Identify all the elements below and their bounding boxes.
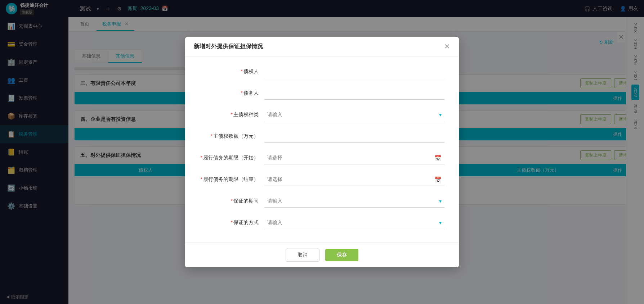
label-baozhengqijian: *保证的期间: [200, 198, 264, 204]
input-wrap-zhaiquanren: [264, 65, 444, 78]
dialog-title: 新增对外提供保证担保情况: [194, 43, 263, 50]
input-zhaiwuren[interactable]: [264, 87, 444, 100]
form-row-baozhengqijian: *保证的期间 ▾: [200, 195, 444, 208]
form-row-zhuleixing: *主债权种类 ▾: [200, 108, 444, 121]
dialog-header: 新增对外提供保证担保情况 ✕: [185, 37, 459, 56]
dialog-body: *债权人 *债务人 *主债权种类: [185, 56, 459, 242]
select-wrap-baozhengfangshi: ▾: [264, 216, 444, 229]
date-input-lvxing-end[interactable]: [264, 173, 444, 186]
label-zhushu: *主债权数额（万元）: [200, 133, 264, 140]
label-lvxing-end: *履行债务的期限（结束）: [200, 176, 264, 183]
label-lvxing-start: *履行债务的期限（开始）: [200, 155, 264, 161]
label-zhuleixing: *主债权种类: [200, 112, 264, 118]
select-baozhengfangshi[interactable]: [264, 216, 444, 229]
label-zhaiwuren: *债务人: [200, 90, 264, 96]
date-wrap-lvxing-start: 📅: [264, 151, 444, 164]
select-zhuleixing[interactable]: [264, 108, 444, 121]
form-row-zhaiquanren: *债权人: [200, 65, 444, 78]
date-input-lvxing-start[interactable]: [264, 151, 444, 164]
select-baozhengqijian[interactable]: [264, 195, 444, 208]
input-wrap-zhaiwuren: [264, 87, 444, 100]
dialog-overlay: 新增对外提供保证担保情况 ✕ *债权人 *债务人: [0, 0, 644, 304]
form-row-lvxing-start: *履行债务的期限（开始） 📅: [200, 151, 444, 164]
form-row-zhushu: *主债权数额（万元）: [200, 130, 444, 143]
label-baozhengfangshi: *保证的方式: [200, 219, 264, 226]
select-wrap-baozhengqijian: ▾: [264, 195, 444, 208]
dialog: 新增对外提供保证担保情况 ✕ *债权人 *债务人: [185, 37, 459, 267]
dialog-footer: 取消 保存: [185, 242, 459, 267]
select-wrap-zhuleixing: ▾: [264, 108, 444, 121]
form-row-zhaiwuren: *债务人: [200, 87, 444, 100]
form-row-baozhengfangshi: *保证的方式 ▾: [200, 216, 444, 229]
form-row-lvxing-end: *履行债务的期限（结束） 📅: [200, 173, 444, 186]
date-wrap-lvxing-end: 📅: [264, 173, 444, 186]
cancel-button[interactable]: 取消: [286, 249, 319, 262]
input-zhaiquanren[interactable]: [264, 65, 444, 78]
input-zhushu[interactable]: [264, 130, 444, 143]
dialog-close-button[interactable]: ✕: [444, 43, 450, 50]
input-wrap-zhushu: [264, 130, 444, 143]
save-button[interactable]: 保存: [325, 249, 358, 261]
label-zhaiquanren: *债权人: [200, 68, 264, 75]
